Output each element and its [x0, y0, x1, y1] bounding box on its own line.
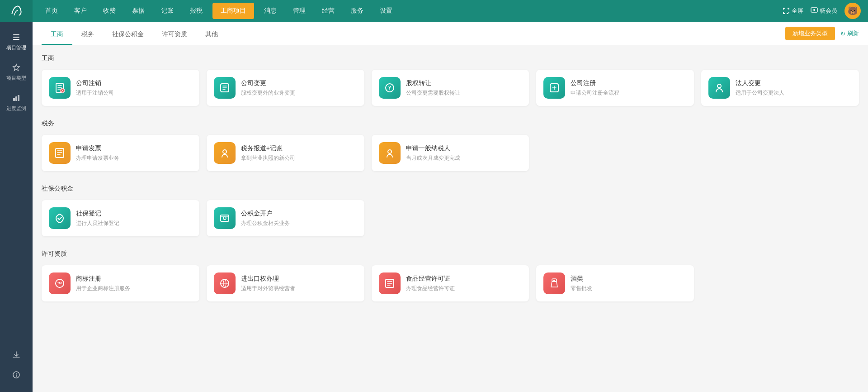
nav-item-客户[interactable]: 客户 — [66, 0, 95, 22]
svg-rect-7 — [15, 96, 17, 101]
avatar[interactable]: 🐻 — [844, 3, 861, 19]
fullscreen-btn[interactable]: 全屏 — [783, 7, 803, 15]
svg-text:¥: ¥ — [388, 85, 392, 91]
card-desc: 进行人员社保登记 — [76, 220, 192, 227]
section-title: 税务 — [42, 120, 859, 128]
service-card-公司变更[interactable]: 公司变更股权变更外的业务变更 — [207, 70, 364, 106]
nav-item-报税[interactable]: 报税 — [182, 0, 211, 22]
top-nav: 首页客户收费票据记账报税工商项目消息管理经营服务设置 全屏 畅会员 🐻 — [0, 0, 868, 22]
card-desc: 公司变更需要股权转让 — [406, 89, 522, 97]
service-card-公司注册[interactable]: 公司注册申请公司注册全流程 — [536, 70, 694, 106]
card-title: 商标注册 — [76, 275, 192, 283]
add-type-button[interactable]: 新增业务类型 — [785, 27, 835, 40]
left-sidebar: 项目管理 项目类型 进度监测 — [0, 22, 33, 392]
card-icon-酒类 — [543, 272, 565, 294]
card-desc: 拿到营业执照的新公司 — [241, 154, 357, 162]
svg-rect-4 — [13, 39, 19, 40]
card-title: 公积金开户 — [241, 210, 357, 218]
card-title: 公司注册 — [571, 79, 687, 87]
nav-item-管理[interactable]: 管理 — [285, 0, 314, 22]
card-content-公司变更: 公司变更股权变更外的业务变更 — [241, 79, 357, 97]
refresh-button[interactable]: ↻ 刷新 — [840, 29, 859, 38]
card-content-进出口权办理: 进出口权办理适用于对外贸易经营者 — [241, 275, 357, 292]
sidebar-item-progress[interactable]: 进度监测 — [0, 87, 33, 117]
tab-税务[interactable]: 税务 — [72, 30, 103, 45]
sidebar-bottom — [12, 345, 21, 392]
card-desc: 用于企业商标注册服务 — [76, 285, 192, 292]
card-icon-申请发票 — [49, 142, 71, 164]
card-icon-社保登记 — [49, 207, 71, 229]
card-icon-法人变更 — [708, 77, 730, 99]
card-content-股权转让: 股权转让公司变更需要股权转让 — [406, 79, 522, 97]
svg-rect-20 — [221, 215, 229, 221]
card-desc: 办理食品经营许可证 — [406, 285, 522, 292]
nav-item-记账[interactable]: 记账 — [153, 0, 182, 22]
service-card-商标注册[interactable]: ™商标注册用于企业商标注册服务 — [42, 265, 199, 301]
tab-工商[interactable]: 工商 — [42, 30, 72, 45]
section-社保公积金: 社保公积金社保登记进行人员社保登记公积金开户办理公积金相关业务 — [42, 185, 859, 236]
service-card-申请发票[interactable]: 申请发票办理申请发票业务 — [42, 135, 199, 171]
nav-item-经营[interactable]: 经营 — [314, 0, 343, 22]
svg-rect-6 — [13, 98, 15, 101]
card-icon-食品经营许可证 — [379, 272, 401, 294]
sidebar-item-project-mgmt[interactable]: 项目管理 — [0, 26, 33, 57]
service-card-法人变更[interactable]: 法人变更适用于公司变更法人 — [701, 70, 859, 106]
card-title: 进出口权办理 — [241, 275, 357, 283]
nav-item-票据[interactable]: 票据 — [124, 0, 153, 22]
sidebar-item-help[interactable] — [12, 365, 21, 385]
card-content-食品经营许可证: 食品经营许可证办理食品经营许可证 — [406, 275, 522, 292]
tab-其他[interactable]: 其他 — [196, 30, 227, 45]
service-card-公积金开户[interactable]: 公积金开户办理公积金相关业务 — [207, 200, 364, 236]
svg-rect-3 — [13, 37, 19, 38]
cards-grid-社保公积金: 社保登记进行人员社保登记公积金开户办理公积金相关业务 — [42, 200, 859, 236]
svg-rect-17 — [56, 148, 64, 158]
sidebar-item-download[interactable] — [12, 345, 21, 365]
svg-point-19 — [388, 150, 392, 153]
tab-许可资质[interactable]: 许可资质 — [153, 30, 196, 45]
service-card-酒类[interactable]: 酒类零售批发 — [536, 265, 694, 301]
service-card-税务报道+记账[interactable]: 税务报道+记账拿到营业执照的新公司 — [207, 135, 364, 171]
card-content-公司注销: 公司注销适用于注销公司 — [76, 79, 192, 97]
cards-grid-税务: 申请发票办理申请发票业务税务报道+记账拿到营业执照的新公司申请一般纳税人当月或次… — [42, 135, 859, 171]
nav-item-服务[interactable]: 服务 — [343, 0, 372, 22]
service-card-公司注销[interactable]: 公司注销适用于注销公司 — [42, 70, 199, 106]
card-icon-税务报道+记账 — [214, 142, 236, 164]
card-title: 食品经营许可证 — [406, 275, 522, 283]
nav-item-工商项目[interactable]: 工商项目 — [212, 3, 254, 19]
nav-items: 首页客户收费票据记账报税工商项目消息管理经营服务设置 — [33, 0, 783, 22]
card-desc: 零售批发 — [571, 285, 687, 292]
section-税务: 税务申请发票办理申请发票业务税务报道+记账拿到营业执照的新公司申请一般纳税人当月… — [42, 120, 859, 171]
content-area: 工商税务社保公积金许可资质其他 新增业务类型 ↻ 刷新 工商公司注销适用于注销公… — [33, 22, 868, 392]
chart-icon — [11, 92, 22, 103]
service-card-股权转让[interactable]: ¥股权转让公司变更需要股权转让 — [372, 70, 529, 106]
card-icon-申请一般纳税人 — [379, 142, 401, 164]
card-icon-公司注销 — [49, 77, 71, 99]
nav-item-首页[interactable]: 首页 — [37, 0, 66, 22]
refresh-icon: ↻ — [840, 30, 845, 37]
nav-item-设置[interactable]: 设置 — [372, 0, 401, 22]
sidebar-item-project-type[interactable]: 项目类型 — [0, 57, 33, 87]
card-desc: 申请公司注册全流程 — [571, 89, 687, 97]
cards-grid-工商: 公司注销适用于注销公司公司变更股权变更外的业务变更¥股权转让公司变更需要股权转让… — [42, 70, 859, 106]
card-desc: 适用于对外贸易经营者 — [241, 285, 357, 292]
nav-item-消息[interactable]: 消息 — [256, 0, 285, 22]
member-btn[interactable]: 畅会员 — [811, 7, 837, 15]
card-title: 公司变更 — [241, 79, 357, 87]
card-title: 公司注销 — [76, 79, 192, 87]
service-card-进出口权办理[interactable]: 进出口权办理适用于对外贸易经营者 — [207, 265, 364, 301]
nav-item-收费[interactable]: 收费 — [95, 0, 124, 22]
service-card-申请一般纳税人[interactable]: 申请一般纳税人当月或次月成变更完成 — [372, 135, 529, 171]
card-content-申请一般纳税人: 申请一般纳税人当月或次月成变更完成 — [406, 144, 522, 162]
scroll-content[interactable]: 工商公司注销适用于注销公司公司变更股权变更外的业务变更¥股权转让公司变更需要股权… — [33, 45, 868, 392]
tab-社保公积金[interactable]: 社保公积金 — [103, 30, 153, 45]
cards-grid-许可资质: ™商标注册用于企业商标注册服务进出口权办理适用于对外贸易经营者食品经营许可证办理… — [42, 265, 859, 301]
card-icon-公积金开户 — [214, 207, 236, 229]
section-许可资质: 许可资质™商标注册用于企业商标注册服务进出口权办理适用于对外贸易经营者食品经营许… — [42, 250, 859, 301]
svg-point-21 — [223, 217, 226, 220]
card-title: 申请发票 — [76, 144, 192, 153]
service-card-社保登记[interactable]: 社保登记进行人员社保登记 — [42, 200, 199, 236]
service-card-食品经营许可证[interactable]: 食品经营许可证办理食品经营许可证 — [372, 265, 529, 301]
card-content-税务报道+记账: 税务报道+记账拿到营业执照的新公司 — [241, 144, 357, 162]
card-content-商标注册: 商标注册用于企业商标注册服务 — [76, 275, 192, 292]
card-desc: 股权变更外的业务变更 — [241, 89, 357, 97]
